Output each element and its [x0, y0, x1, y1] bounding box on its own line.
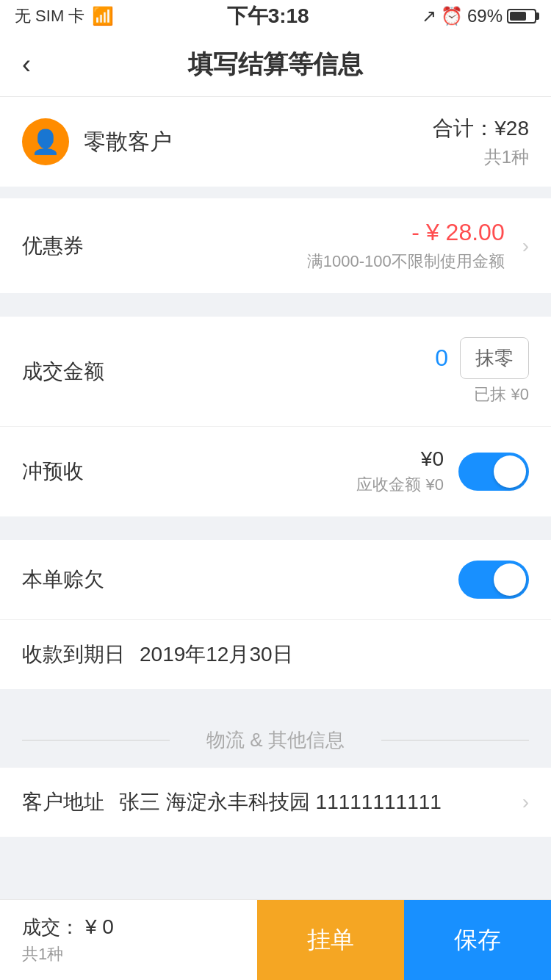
address-row[interactable]: 客户地址 张三 海淀永丰科技园 11111111111 ›: [0, 768, 551, 837]
wifi-icon: 📶: [92, 6, 114, 26]
no-sim-text: 无 SIM 卡: [15, 5, 84, 27]
hang-button[interactable]: 挂单: [257, 900, 404, 981]
back-button[interactable]: ‹: [22, 49, 31, 80]
coupon-info: - ¥ 28.00 满1000-100不限制使用金额: [307, 219, 505, 273]
address-value: 张三 海淀永丰科技园 11111111111: [119, 788, 508, 816]
bottom-count: 共1种: [22, 943, 235, 965]
address-label: 客户地址: [22, 788, 104, 816]
debt-label: 本单赊欠: [22, 566, 104, 594]
divider-3: [0, 701, 551, 713]
due-date-value: 2019年12月30日: [140, 641, 293, 669]
coupon-label: 优惠券: [22, 232, 84, 260]
address-section: 客户地址 张三 海淀永丰科技园 11111111111 ›: [0, 768, 551, 837]
customer-avatar: 👤: [22, 118, 69, 165]
customer-total: 合计：¥28: [433, 115, 529, 143]
save-button[interactable]: 保存: [404, 900, 551, 981]
transaction-section: 成交金额 0 抹零 已抹 ¥0 冲预收 ¥0 应收金额 ¥0: [0, 317, 551, 516]
transaction-label: 成交金额: [22, 358, 104, 386]
prepaid-row: 冲预收 ¥0 应收金额 ¥0: [0, 427, 551, 516]
prepaid-right-area: ¥0 应收金额 ¥0: [356, 447, 529, 496]
divider-1: [0, 305, 551, 317]
due-date-label: 收款到期日: [22, 641, 125, 669]
page-title: 填写结算等信息: [188, 48, 363, 82]
status-left: 无 SIM 卡 📶: [15, 5, 114, 27]
debt-section: 本单赊欠 收款到期日 2019年12月30日: [0, 540, 551, 689]
bottom-bar: 成交： ¥ 0 共1种 挂单 保存: [0, 899, 551, 980]
prepaid-label: 冲预收: [22, 458, 84, 486]
address-chevron-icon: ›: [522, 790, 529, 814]
customer-left: 👤 零散客户: [22, 118, 172, 165]
battery-icon: [507, 9, 536, 24]
coupon-row[interactable]: 优惠券 - ¥ 28.00 满1000-100不限制使用金额 ›: [0, 198, 551, 293]
bottom-deal-amount: ¥ 0: [85, 915, 114, 939]
logistics-line-left: [22, 740, 170, 741]
logistics-label: 物流 & 其他信息: [192, 727, 359, 753]
coupon-description: 满1000-100不限制使用金额: [307, 251, 505, 273]
transaction-value: 0: [435, 345, 448, 372]
already-rounded-text: 已抹 ¥0: [474, 383, 529, 406]
coupon-value-area: - ¥ 28.00 满1000-100不限制使用金额 ›: [307, 219, 529, 273]
customer-summary: 合计：¥28 共1种: [433, 115, 529, 169]
battery-percent: 69%: [467, 6, 503, 26]
transaction-amount-row: 成交金额 0 抹零 已抹 ¥0: [0, 317, 551, 427]
alarm-icon: ⏰: [441, 6, 463, 26]
bottom-deal-row: 成交： ¥ 0: [22, 915, 235, 940]
customer-name: 零散客户: [84, 127, 172, 157]
status-bar: 无 SIM 卡 📶 下午3:18 ↗ ⏰ 69%: [0, 0, 551, 32]
customer-section: 👤 零散客户 合计：¥28 共1种: [0, 97, 551, 187]
logistics-line-right: [381, 740, 529, 741]
location-icon: ↗: [422, 6, 436, 26]
due-date-row: 收款到期日 2019年12月30日: [0, 620, 551, 689]
logistics-divider: 物流 & 其他信息: [0, 713, 551, 768]
round-button[interactable]: 抹零: [460, 337, 529, 379]
status-right: ↗ ⏰ 69%: [422, 6, 536, 26]
coupon-section: 优惠券 - ¥ 28.00 满1000-100不限制使用金额 ›: [0, 198, 551, 293]
toggle-knob: [494, 455, 526, 488]
coupon-discount: - ¥ 28.00: [411, 219, 504, 246]
avatar-icon: 👤: [31, 128, 60, 156]
debt-row: 本单赊欠: [0, 540, 551, 620]
bottom-info: 成交： ¥ 0 共1种: [0, 915, 257, 965]
prepaid-amounts: ¥0 应收金额 ¥0: [356, 447, 444, 496]
coupon-chevron-icon: ›: [522, 234, 529, 258]
status-time: 下午3:18: [227, 2, 309, 30]
debt-toggle[interactable]: [458, 561, 529, 599]
customer-count: 共1种: [433, 145, 529, 169]
prepaid-receivable: 应收金额 ¥0: [356, 474, 444, 496]
bottom-deal-label: 成交：: [22, 915, 79, 940]
divider-2: [0, 528, 551, 540]
nav-bar: ‹ 填写结算等信息: [0, 32, 551, 97]
debt-toggle-knob: [494, 563, 526, 596]
prepaid-amount: ¥0: [356, 447, 444, 471]
content-area: 👤 零散客户 合计：¥28 共1种 优惠券 - ¥ 28.00 满1000-10…: [0, 97, 551, 937]
prepaid-toggle[interactable]: [458, 453, 529, 491]
